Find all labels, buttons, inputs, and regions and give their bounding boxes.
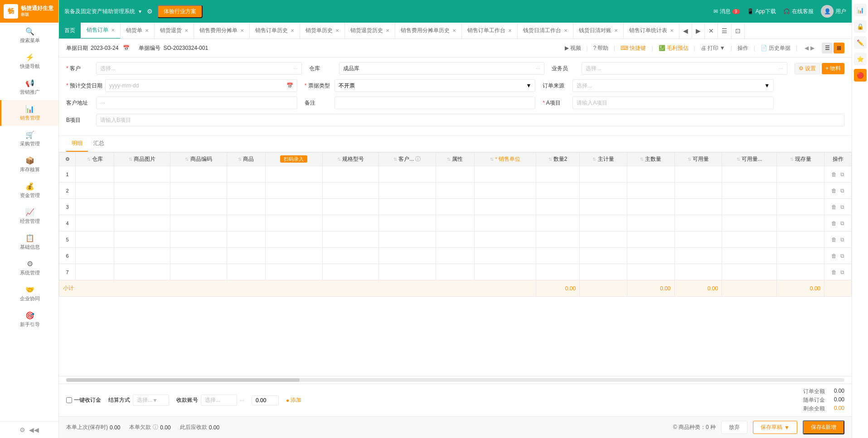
tab-close-sales-bill[interactable]: ✕ <box>145 28 149 33</box>
row-1-actions[interactable]: 🗑 ⧉ <box>824 166 852 183</box>
memo-input[interactable] <box>335 96 536 109</box>
tab-close-return-history[interactable]: ✕ <box>386 28 389 33</box>
sidebar-item-newuser[interactable]: 🎯 新手引导 <box>0 307 58 332</box>
tab-prev-btn[interactable]: ◀ <box>679 23 692 39</box>
row-1-available2[interactable] <box>722 166 777 183</box>
tab-daily-reconcile[interactable]: 钱货日清对账 ✕ <box>573 23 624 39</box>
tab-daily-workbench[interactable]: 钱货日清工作台 ✕ <box>518 23 573 39</box>
sidebar-collapse-icon[interactable]: ◀◀ <box>29 426 39 433</box>
tab-return[interactable]: 销货退货 ✕ <box>155 23 194 39</box>
row-1-code[interactable] <box>170 166 227 183</box>
row-6-actions[interactable]: 🗑 ⧉ <box>824 248 852 264</box>
row-2-attr[interactable] <box>436 183 474 199</box>
form-view-icon[interactable]: ⊞ <box>834 43 844 53</box>
sidebar-item-marketing[interactable]: 📢 营销推广 <box>0 74 58 100</box>
customer-input[interactable]: 选择... ··· <box>96 62 302 75</box>
amount-input[interactable]: 0.00 <box>252 395 279 405</box>
row-2-main-unit[interactable] <box>580 183 627 199</box>
right-panel-edit-icon[interactable]: ✏️ <box>854 36 867 49</box>
right-panel-alert-icon[interactable]: 🔴 <box>854 69 867 82</box>
save-draft-button[interactable]: 保存草稿 ▼ <box>753 421 797 434</box>
right-panel-lock-icon[interactable]: 🔒 <box>854 20 867 33</box>
tab-order-workbench[interactable]: 销售订单工作台 ✕ <box>462 23 518 39</box>
row-2-qty2[interactable] <box>536 183 580 199</box>
invoice-select[interactable]: 不开票 ▼ <box>335 79 536 92</box>
prev-record-icon[interactable]: ◀ <box>805 45 809 51</box>
row-1-goods[interactable] <box>227 166 265 183</box>
order-source-select[interactable]: 选择... ▼ <box>572 79 774 92</box>
sidebar-item-search[interactable]: 🔍 搜索菜单 <box>0 23 58 48</box>
tab-close-order-history[interactable]: ✕ <box>291 28 294 33</box>
row-5-copy-icon[interactable]: ⧉ <box>840 236 844 243</box>
tab-maximize-btn[interactable]: ⊡ <box>732 23 745 39</box>
sidebar-item-purchase[interactable]: 🛒 采购管理 <box>0 126 58 152</box>
row-2-customer-code[interactable] <box>378 183 436 199</box>
sidebar-item-inventory[interactable]: 📦 库存核算 <box>0 152 58 178</box>
topbar-user[interactable]: 👤 用户 <box>821 5 846 18</box>
scan-button[interactable]: 扫码录入 <box>280 155 307 163</box>
row-2-warehouse[interactable] <box>76 183 114 199</box>
tab-close-stats[interactable]: ✕ <box>670 28 674 33</box>
auto-settle-checkbox[interactable] <box>66 397 72 403</box>
tab-close-bill-history[interactable]: ✕ <box>335 28 339 33</box>
view-video-btn[interactable]: ▶ 视频 <box>565 44 581 52</box>
topbar-online-support[interactable]: 🎧 在线客服 <box>783 8 814 15</box>
row-3-actions[interactable]: 🗑 ⧉ <box>824 199 852 215</box>
right-panel-star-icon[interactable]: ⭐ <box>854 53 867 65</box>
warehouse-input[interactable]: 成品库 ··· <box>339 62 545 75</box>
th-settings[interactable]: ⚙ <box>59 153 76 166</box>
row-2-unit[interactable] <box>474 183 536 199</box>
sidebar-settings-icon[interactable]: ⚙ <box>19 426 25 433</box>
row-1-unit[interactable] <box>474 166 536 183</box>
scroll-track[interactable] <box>66 378 844 382</box>
row-2-main-qty[interactable] <box>627 183 674 199</box>
calendar-icon[interactable]: 📅 <box>123 45 130 51</box>
print-btn[interactable]: 🖨 打印 ▼ <box>701 44 725 52</box>
operation-btn[interactable]: 操作 <box>737 44 748 52</box>
sidebar-item-enterprise[interactable]: 🤝 企业协同 <box>0 281 58 307</box>
save-new-button[interactable]: 保存&新增 <box>803 420 844 434</box>
topbar-app-download[interactable]: 📱 App下载 <box>747 8 776 15</box>
row-2-available2[interactable] <box>722 183 777 199</box>
scroll-thumb[interactable] <box>66 378 300 382</box>
tab-order-history[interactable]: 销售订单历史 ✕ <box>250 23 300 39</box>
row-2-goods[interactable] <box>227 183 265 199</box>
tab-sales-order[interactable]: 销售订单 ✕ <box>81 23 121 39</box>
sidebar-item-basicinfo[interactable]: 📋 基础信息 <box>0 229 58 255</box>
row-5-actions[interactable]: 🗑 ⧉ <box>824 231 852 248</box>
row-1-attr[interactable] <box>436 166 474 183</box>
tab-expense-history[interactable]: 销售费用分摊单历史 ✕ <box>395 23 462 39</box>
th-scan[interactable]: 扫码录入 <box>265 153 322 166</box>
settings-btn[interactable]: ⚙ 设置 <box>795 63 820 74</box>
help-btn[interactable]: ? 帮助 <box>593 44 609 52</box>
row-2-actions[interactable]: 🗑 ⧉ <box>824 183 852 199</box>
row-1-available[interactable] <box>674 166 722 183</box>
row-3-delete-icon[interactable]: 🗑 <box>831 204 837 210</box>
sidebar-item-operations[interactable]: 📈 经营管理 <box>0 203 58 229</box>
sidebar-item-nav[interactable]: ⚡ 快捷导航 <box>0 48 58 74</box>
tab-bill-history[interactable]: 销货单历史 ✕ <box>300 23 345 39</box>
history-btn[interactable]: 📄 历史单据 <box>761 44 790 52</box>
add-btn[interactable]: ● 添加 <box>286 396 301 404</box>
tab-sales-bill[interactable]: 销货单 ✕ <box>121 23 155 39</box>
b-project-input[interactable]: 请输入B项目 <box>96 114 844 126</box>
row-7-copy-icon[interactable]: ⧉ <box>840 269 844 275</box>
shortcut-btn[interactable]: ⌨ 快捷键 <box>621 44 646 52</box>
row-1-customer-code[interactable] <box>378 166 436 183</box>
topbar-gear-icon[interactable]: ⚙ <box>147 8 153 15</box>
staff-input[interactable]: 选择... ··· <box>582 62 787 75</box>
row-1-warehouse[interactable] <box>76 166 114 183</box>
tab-close-daily-reconcile[interactable]: ✕ <box>614 28 618 33</box>
row-1-scan[interactable] <box>265 166 322 183</box>
tab-next-btn[interactable]: ▶ <box>692 23 705 39</box>
tab-close-sales-order[interactable]: ✕ <box>111 28 115 33</box>
tab-home[interactable]: 首页 <box>59 23 81 39</box>
row-2-spec[interactable] <box>322 183 378 199</box>
solution-button[interactable]: 体验行业方案 <box>157 5 203 18</box>
tab-menu-btn[interactable]: ☰ <box>718 23 732 39</box>
tab-return-history[interactable]: 销货退货历史 ✕ <box>345 23 395 39</box>
address-input[interactable]: ··· <box>96 96 297 109</box>
sidebar-item-system[interactable]: ⚙ 系统管理 <box>0 255 58 281</box>
tab-close-order-workbench[interactable]: ✕ <box>508 28 512 33</box>
row-7-delete-icon[interactable]: 🗑 <box>831 269 837 275</box>
